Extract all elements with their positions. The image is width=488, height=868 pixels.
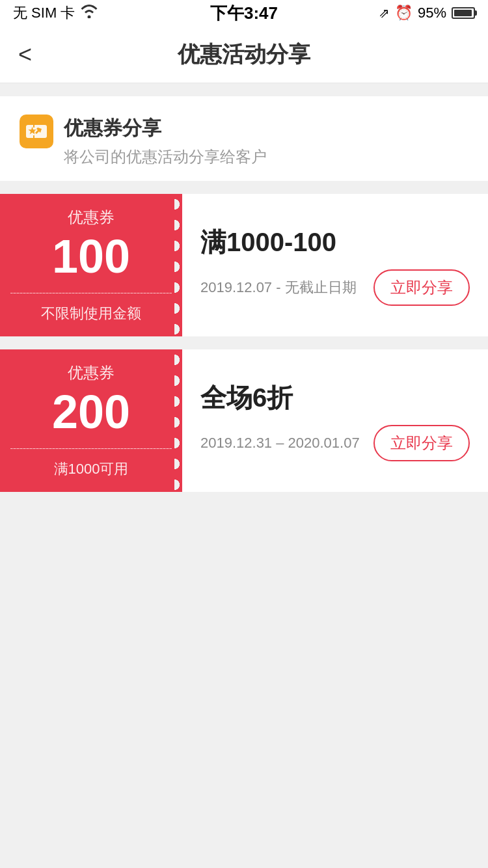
coupon-list: 优惠券 100 不限制使用金额 满1000-100 2019.12.07 - 无… xyxy=(0,181,488,492)
nav-bar: < 优惠活动分享 xyxy=(0,26,488,83)
coupon-condition-2: 满1000可用 xyxy=(54,459,129,479)
alarm-icon: ⏰ xyxy=(395,5,413,21)
coupon-left-2: 优惠券 200 满1000可用 xyxy=(0,349,182,492)
coupon-value-1: 100 xyxy=(52,233,130,280)
status-time: 下午3:47 xyxy=(210,2,278,25)
coupon-meta-1: 2019.12.07 - 无截止日期 立即分享 xyxy=(200,269,470,306)
status-bar: 无 SIM 卡 下午3:47 ⇗ ⏰ 95% xyxy=(0,0,488,26)
status-left: 无 SIM 卡 xyxy=(13,3,98,23)
carrier-label: 无 SIM 卡 xyxy=(13,3,75,23)
svg-text:★: ★ xyxy=(28,126,36,136)
coupon-card-1: 优惠券 100 不限制使用金额 满1000-100 2019.12.07 - 无… xyxy=(0,194,488,336)
separator-top xyxy=(0,83,488,96)
coupon-date-2: 2019.12.31 – 2020.01.07 xyxy=(200,435,367,452)
nav-title: 优惠活动分享 xyxy=(178,40,310,70)
coupon-divider-2 xyxy=(10,448,172,449)
coupon-meta-2: 2019.12.31 – 2020.01.07 立即分享 xyxy=(200,425,470,461)
coupon-divider-1 xyxy=(10,293,172,293)
coupon-condition-1: 不限制使用金额 xyxy=(41,304,141,323)
coupon-right-2: 全场6折 2019.12.31 – 2020.01.07 立即分享 xyxy=(182,349,488,492)
location-icon: ⇗ xyxy=(379,5,390,21)
section-subtitle: 将公司的优惠活动分享给客户 xyxy=(64,146,468,168)
coupon-name-1: 满1000-100 xyxy=(200,224,470,260)
wifi-icon xyxy=(80,4,98,22)
coupon-name-2: 全场6折 xyxy=(200,380,470,416)
coupon-date-1: 2019.12.07 - 无截止日期 xyxy=(200,278,367,297)
coupon-value-2: 200 xyxy=(52,388,130,435)
coupon-card-2: 优惠券 200 满1000可用 全场6折 2019.12.31 – 2020.0… xyxy=(0,349,488,492)
battery-percentage: 95% xyxy=(418,5,446,21)
back-button[interactable]: < xyxy=(18,41,32,68)
status-right: ⇗ ⏰ 95% xyxy=(379,5,475,21)
section-header: ★ 优惠券分享 将公司的优惠活动分享给客户 xyxy=(0,96,488,181)
section-text-block: 优惠券分享 将公司的优惠活动分享给客户 xyxy=(64,115,468,168)
coupon-left-1: 优惠券 100 不限制使用金额 xyxy=(0,194,182,336)
coupon-right-1: 满1000-100 2019.12.07 - 无截止日期 立即分享 xyxy=(182,194,488,336)
coupon-share-btn-2[interactable]: 立即分享 xyxy=(373,425,470,461)
section-icon: ★ xyxy=(20,115,53,148)
battery-icon xyxy=(452,7,475,19)
coupon-label-2: 优惠券 xyxy=(68,362,115,383)
bottom-space xyxy=(0,505,488,868)
coupon-label-1: 优惠券 xyxy=(68,207,115,228)
section-title: 优惠券分享 xyxy=(64,115,468,142)
coupon-share-btn-1[interactable]: 立即分享 xyxy=(373,269,470,306)
